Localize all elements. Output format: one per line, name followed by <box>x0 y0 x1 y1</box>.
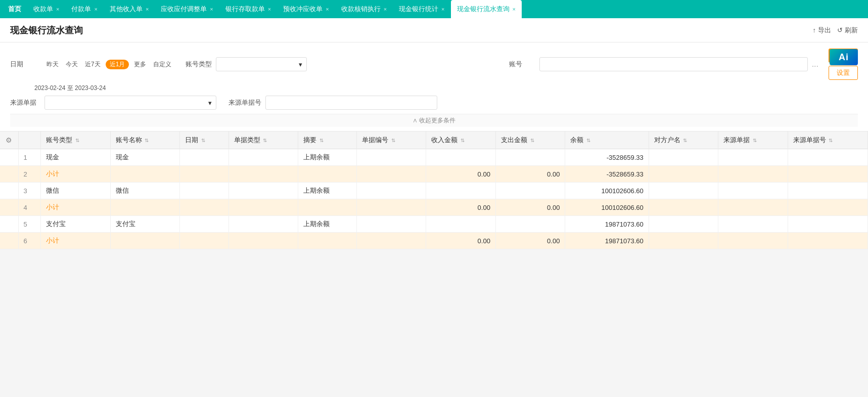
col-date[interactable]: 日期 ⇅ <box>180 131 229 149</box>
nav-tab-other-income[interactable]: 其他收入单 × <box>104 0 155 18</box>
close-icon[interactable]: × <box>268 6 271 12</box>
cell-doc_type <box>229 183 298 199</box>
chevron-down-icon: ▾ <box>208 99 212 107</box>
table-row[interactable]: 1现金现金上期余额-3528659.33 <box>0 149 868 166</box>
gear-icon[interactable]: ⚙ <box>6 136 12 144</box>
cell-account_type: 小计 <box>41 166 111 183</box>
cell-doc_type <box>229 233 298 249</box>
cell-account_name: 支付宝 <box>110 216 180 233</box>
cell-source_doc_num <box>788 149 867 166</box>
cell-source_doc_num <box>788 183 867 199</box>
sort-icon: ⇅ <box>263 138 267 143</box>
close-icon[interactable]: × <box>441 6 444 12</box>
nav-tab-receipts[interactable]: 收款单 × <box>27 0 65 18</box>
col-source-doc-num[interactable]: 来源单据号 ⇅ <box>788 131 867 149</box>
cell-account_name <box>110 233 180 249</box>
close-icon[interactable]: × <box>146 6 149 12</box>
table-row[interactable]: 5支付宝支付宝上期余额19871073.60 <box>0 216 868 233</box>
cell-account_name: 微信 <box>110 183 180 199</box>
cell-expense <box>495 149 565 166</box>
table-row[interactable]: 3微信微信上期余额100102606.60 <box>0 183 868 199</box>
cell-income: 0.00 <box>426 233 496 249</box>
nav-tab-cash-bank-flow[interactable]: 现金银行流水查询 × <box>451 0 522 18</box>
close-icon[interactable]: × <box>210 6 213 12</box>
source-doc-num-input[interactable] <box>265 96 437 110</box>
sort-icon: ⇅ <box>829 138 833 143</box>
nav-home[interactable]: 首页 <box>2 0 27 18</box>
table-row[interactable]: 6小计0.000.0019871073.60 <box>0 233 868 249</box>
source-doc-select[interactable]: ▾ <box>44 96 216 110</box>
nav-tab-cash-bank-stats[interactable]: 现金银行统计 × <box>393 0 450 18</box>
col-account-name[interactable]: 账号名称 ⇅ <box>110 131 180 149</box>
nav-tab-ar-ap-adjust[interactable]: 应收应付调整单 × <box>155 0 219 18</box>
cell-account_name: 现金 <box>110 149 180 166</box>
cell-source_doc <box>718 216 788 233</box>
date-opt-1month[interactable]: 近1月 <box>106 60 129 69</box>
cell-summary: 上期余额 <box>298 216 357 233</box>
date-options: 昨天 今天 近7天 近1月 更多 自定义 <box>44 60 173 69</box>
sort-icon: ⇅ <box>391 138 395 143</box>
table-row[interactable]: 4小计0.000.00100102606.60 <box>0 199 868 216</box>
col-source-doc[interactable]: 来源单据 ⇅ <box>718 131 788 149</box>
col-doc-num[interactable]: 单据编号 ⇅ <box>356 131 426 149</box>
top-navigation: 首页 收款单 × 付款单 × 其他收入单 × 应收应付调整单 × 银行存取款单 … <box>0 0 868 18</box>
refresh-button[interactable]: ↺ 刷新 <box>837 26 858 35</box>
cell-counterpart <box>649 183 718 199</box>
col-summary[interactable]: 摘要 ⇅ <box>298 131 357 149</box>
page-title: 现金银行流水查询 <box>10 24 83 36</box>
nav-tab-payments[interactable]: 付款单 × <box>65 0 103 18</box>
row-index: 6 <box>18 233 41 249</box>
collapse-bar[interactable]: ∧ 收起更多条件 <box>10 114 858 127</box>
table-row[interactable]: 2小计0.000.00-3528659.33 <box>0 166 868 183</box>
col-balance[interactable]: 余额 ⇅ <box>565 131 649 149</box>
cell-income: 0.00 <box>426 166 496 183</box>
more-dots-icon[interactable]: ... <box>812 60 818 69</box>
close-icon[interactable]: × <box>513 6 516 12</box>
sort-icon: ⇅ <box>145 138 149 143</box>
filter-top: 日期 昨天 今天 近7天 近1月 更多 自定义 账号类型 ▾ <box>10 49 858 114</box>
cell-source_doc <box>718 183 788 199</box>
cell-date <box>180 233 229 249</box>
date-opt-more[interactable]: 更多 <box>132 60 148 69</box>
cell-balance: 19871073.60 <box>565 216 649 233</box>
nav-tab-bank-deposit[interactable]: 银行存取款单 × <box>219 0 277 18</box>
cell-date <box>180 199 229 216</box>
sort-icon: ⇅ <box>461 138 465 143</box>
date-opt-custom[interactable]: 自定义 <box>151 60 173 69</box>
cell-source_doc_num <box>788 233 867 249</box>
col-expense[interactable]: 支出金额 ⇅ <box>495 131 565 149</box>
cell-income <box>426 183 496 199</box>
account-input[interactable] <box>539 57 807 71</box>
row-gear-cell <box>0 183 18 199</box>
cell-account_type: 支付宝 <box>41 216 111 233</box>
date-opt-7days[interactable]: 近7天 <box>83 60 103 69</box>
account-type-select[interactable]: ▾ <box>216 57 307 71</box>
cell-doc_num <box>356 166 426 183</box>
nav-tab-receipt-verify[interactable]: 收款核销执行 × <box>335 0 393 18</box>
page-header: 现金银行流水查询 ↑ 导出 ↺ 刷新 <box>0 18 868 42</box>
cell-doc_type <box>229 149 298 166</box>
close-icon[interactable]: × <box>326 6 329 12</box>
date-opt-today[interactable]: 今天 <box>64 60 80 69</box>
sort-icon: ⇅ <box>530 138 534 143</box>
col-account-type[interactable]: 账号类型 ⇅ <box>41 131 111 149</box>
close-icon[interactable]: × <box>94 6 97 12</box>
cell-account_type: 小计 <box>41 199 111 216</box>
cell-source_doc <box>718 233 788 249</box>
close-icon[interactable]: × <box>384 6 387 12</box>
nav-tab-advance-offset[interactable]: 预收冲应收单 × <box>277 0 335 18</box>
col-counterpart[interactable]: 对方户名 ⇅ <box>649 131 718 149</box>
cell-source_doc <box>718 199 788 216</box>
sort-icon: ⇅ <box>683 138 687 143</box>
ai-badge[interactable]: Ai <box>830 49 858 65</box>
export-icon: ↑ <box>813 26 816 34</box>
export-button[interactable]: ↑ 导出 <box>813 26 832 35</box>
close-icon[interactable]: × <box>56 6 59 12</box>
date-opt-yesterday[interactable]: 昨天 <box>44 60 61 69</box>
cell-balance: -3528659.33 <box>565 149 649 166</box>
header-actions: ↑ 导出 ↺ 刷新 <box>813 26 858 35</box>
settings-button[interactable]: 设置 <box>829 66 858 80</box>
col-doc-type[interactable]: 单据类型 ⇅ <box>229 131 298 149</box>
col-income[interactable]: 收入金额 ⇅ <box>426 131 496 149</box>
cell-expense <box>495 183 565 199</box>
